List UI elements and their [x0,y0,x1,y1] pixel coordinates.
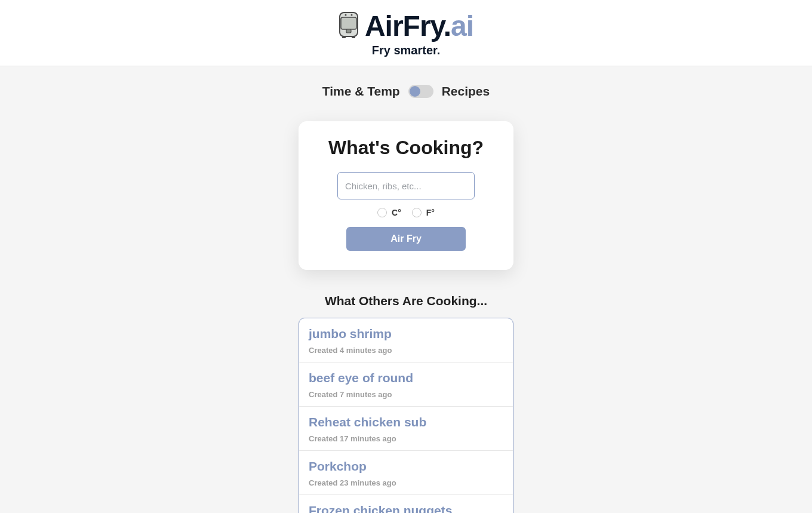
header: AirFry.ai Fry smarter. [0,0,812,66]
list-item-meta: Created 4 minutes ago [309,346,503,355]
unit-celsius-label: C° [392,208,401,217]
list-item[interactable]: Frozen chicken nuggets [299,495,513,513]
mode-toggle[interactable] [408,85,433,98]
svg-rect-5 [342,36,346,38]
list-item[interactable]: Porkchop Created 23 minutes ago [299,451,513,495]
brand-name: AirFry.ai [365,10,473,42]
mode-toggle-row: Time & Temp Recipes [0,84,812,99]
tagline: Fry smarter. [0,44,812,57]
cooking-card: What's Cooking? C° F° Air Fry [299,121,513,270]
others-list: jumbo shrimp Created 4 minutes ago beef … [299,318,513,513]
brand-main: AirFry. [365,10,451,42]
svg-rect-1 [341,17,356,29]
list-item-title: Frozen chicken nuggets [309,503,503,513]
unit-radio-row: C° F° [316,208,496,217]
others-heading: What Others Are Cooking... [0,294,812,308]
list-item[interactable]: Reheat chicken sub Created 17 minutes ag… [299,407,513,451]
list-item[interactable]: beef eye of round Created 7 minutes ago [299,363,513,407]
unit-fahrenheit-group: F° [412,208,435,217]
svg-rect-6 [352,36,355,38]
airfry-button[interactable]: Air Fry [346,227,466,251]
unit-fahrenheit-label: F° [426,208,435,217]
svg-point-3 [350,14,352,16]
toggle-label-right: Recipes [442,84,490,99]
svg-rect-4 [346,29,351,33]
unit-celsius-radio[interactable] [377,208,387,217]
toggle-knob [410,86,420,97]
svg-point-2 [345,14,346,16]
unit-fahrenheit-radio[interactable] [412,208,422,217]
food-input[interactable] [337,172,475,199]
list-item-meta: Created 7 minutes ago [309,390,503,399]
toggle-label-left: Time & Temp [322,84,400,99]
list-item-title: Porkchop [309,459,503,474]
list-item-title: jumbo shrimp [309,327,503,341]
unit-celsius-group: C° [377,208,401,217]
list-item-meta: Created 23 minutes ago [309,478,503,487]
logo-row: AirFry.ai [0,10,812,42]
brand-suffix: ai [451,10,473,42]
list-item-title: beef eye of round [309,371,503,385]
card-heading: What's Cooking? [316,137,496,159]
list-item-title: Reheat chicken sub [309,415,503,429]
list-item-meta: Created 17 minutes ago [309,434,503,443]
list-item[interactable]: jumbo shrimp Created 4 minutes ago [299,318,513,363]
airfryer-icon [339,11,359,41]
